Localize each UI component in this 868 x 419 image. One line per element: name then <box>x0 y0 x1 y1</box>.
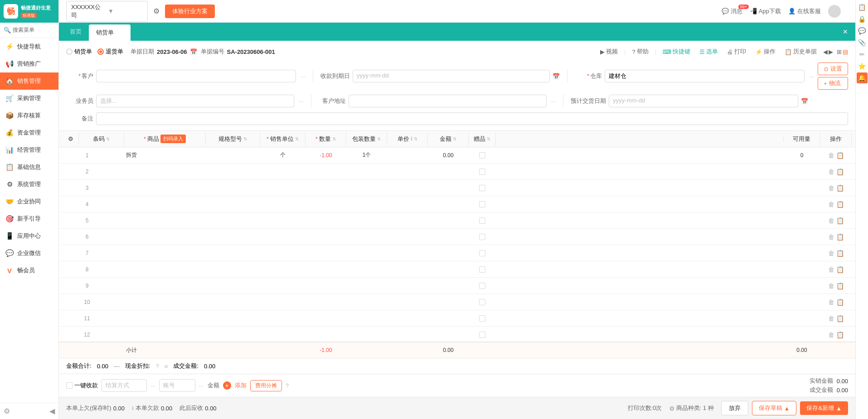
td-product-3[interactable] <box>124 202 206 206</box>
td-product-7[interactable] <box>124 268 206 271</box>
settlement-method-input[interactable]: 结算方式 <box>102 379 147 392</box>
td-product-11[interactable] <box>124 333 206 337</box>
right-tool-attach[interactable]: 📎 <box>857 37 868 48</box>
td-amount-5[interactable] <box>428 235 469 239</box>
td-product-5[interactable] <box>124 235 206 239</box>
td-pkgqty-0[interactable]: 1个 <box>346 149 387 161</box>
copy-icon-7[interactable]: 📋 <box>836 266 844 273</box>
toolbar-help[interactable]: ? 帮助 <box>629 46 651 57</box>
sidebar-item-marketing[interactable]: 📢 营销推广 <box>0 55 58 72</box>
td-unit-3[interactable] <box>260 202 305 206</box>
sort-gift-icon[interactable]: ⇅ <box>487 136 490 141</box>
td-pkgqty-7[interactable] <box>346 268 387 271</box>
td-price-2[interactable] <box>387 186 428 190</box>
td-pkgqty-3[interactable] <box>346 202 387 206</box>
account-dots-icon[interactable]: ··· <box>199 382 204 389</box>
td-product-0[interactable]: 拆货 <box>124 149 206 161</box>
sort-price-icon[interactable]: ⇅ <box>414 136 417 141</box>
user-avatar[interactable] <box>828 5 841 18</box>
td-spec-0[interactable] <box>206 154 260 157</box>
td-price-5[interactable] <box>387 235 428 239</box>
td-barcode-1[interactable] <box>95 170 124 173</box>
sidebar-item-basic[interactable]: 📋 基础信息 <box>0 159 58 176</box>
td-product-6[interactable] <box>124 251 206 255</box>
td-barcode-4[interactable] <box>95 219 124 222</box>
delete-icon-4[interactable]: 🗑 <box>828 217 834 224</box>
right-tool-notify[interactable]: 🔔 <box>857 72 868 83</box>
td-unit-0[interactable]: 个 <box>260 149 305 161</box>
td-unit-7[interactable] <box>260 268 305 271</box>
sidebar-item-appcenter[interactable]: 📱 应用中心 <box>0 227 58 245</box>
due-date-input[interactable]: yyyy-mm-dd <box>353 70 550 82</box>
th-settings[interactable]: ⚙ <box>63 133 79 145</box>
sidebar-item-quick-nav[interactable]: ⚡ 快捷导航 <box>0 38 58 55</box>
right-tool-edit[interactable]: ✏ <box>857 49 868 60</box>
td-unit-9[interactable] <box>260 300 305 304</box>
td-price-7[interactable] <box>387 268 428 271</box>
sidebar-item-system[interactable]: ⚙ 系统管理 <box>0 176 58 193</box>
td-qty-8[interactable] <box>305 284 346 288</box>
copy-icon-6[interactable]: 📋 <box>836 250 844 257</box>
warehouse-input[interactable]: 建材仓 <box>605 70 805 82</box>
td-amount-2[interactable] <box>428 186 469 190</box>
td-gift-8[interactable] <box>469 281 496 291</box>
td-price-11[interactable] <box>387 333 428 337</box>
td-pkgqty-10[interactable] <box>346 317 387 320</box>
delete-icon-1[interactable]: 🗑 <box>828 168 834 175</box>
collapse-icon[interactable]: ◀ <box>49 407 55 415</box>
td-qty-7[interactable] <box>305 268 346 271</box>
settings-button[interactable]: ⊙ 设置 <box>818 63 848 75</box>
td-barcode-2[interactable] <box>95 186 124 190</box>
td-barcode-5[interactable] <box>95 235 124 239</box>
td-spec-9[interactable] <box>206 300 260 304</box>
sort-spec-icon[interactable]: ⇅ <box>243 136 247 141</box>
td-remark-5[interactable] <box>496 235 784 239</box>
td-remark-3[interactable] <box>496 202 784 206</box>
td-price-9[interactable] <box>387 300 428 304</box>
td-spec-7[interactable] <box>206 268 260 271</box>
list-view-icon[interactable]: ▤ <box>843 48 848 55</box>
td-amount-6[interactable] <box>428 251 469 255</box>
abandon-button[interactable]: 放弃 <box>721 401 748 415</box>
delete-icon-6[interactable]: 🗑 <box>828 250 834 257</box>
customer-input[interactable] <box>96 70 296 82</box>
td-unit-2[interactable] <box>260 186 305 190</box>
td-amount-10[interactable] <box>428 317 469 320</box>
sort-unit-icon[interactable]: ⇅ <box>295 136 299 141</box>
sidebar-item-sales[interactable]: 🏠 销售管理 <box>0 72 58 90</box>
copy-icon-10[interactable]: 📋 <box>836 315 844 322</box>
td-spec-8[interactable] <box>206 284 260 288</box>
td-remark-1[interactable] <box>496 170 784 173</box>
current-due-icon[interactable]: ℹ <box>132 405 134 411</box>
td-pkgqty-4[interactable] <box>346 219 387 222</box>
td-gift-5[interactable] <box>469 232 496 242</box>
save-new-button[interactable]: 保存&新增 ▲ <box>800 401 848 415</box>
sort-amount-icon[interactable]: ⇅ <box>453 136 456 141</box>
delivery-date-input[interactable]: yyyy-mm-dd <box>609 95 798 107</box>
sidebar-item-purchase[interactable]: 🛒 采购管理 <box>0 90 58 107</box>
td-price-3[interactable] <box>387 202 428 206</box>
right-tool-lock[interactable]: 🔒 <box>857 14 868 24</box>
radio-sales-order[interactable]: 销货单 <box>66 48 92 56</box>
td-barcode-9[interactable] <box>95 300 124 304</box>
td-qty-11[interactable] <box>305 333 346 337</box>
td-spec-3[interactable] <box>206 202 260 206</box>
td-price-1[interactable] <box>387 170 428 173</box>
delete-icon-7[interactable]: 🗑 <box>828 266 834 273</box>
td-unit-8[interactable] <box>260 284 305 288</box>
delete-icon-8[interactable]: 🗑 <box>828 282 834 289</box>
sidebar-item-inventory[interactable]: 📦 库存核算 <box>0 107 58 124</box>
td-barcode-7[interactable] <box>95 268 124 271</box>
td-barcode-3[interactable] <box>95 202 124 206</box>
td-gift-9[interactable] <box>469 297 496 307</box>
delete-icon-11[interactable]: 🗑 <box>828 331 834 338</box>
settings-bottom-icon[interactable]: ⚙ <box>4 407 10 415</box>
td-spec-11[interactable] <box>206 333 260 337</box>
td-gift-2[interactable] <box>469 183 496 193</box>
tab-sales-order[interactable]: 销货单 ✕ <box>89 24 131 41</box>
toolbar-ops[interactable]: ⚡ 操作 <box>752 46 778 57</box>
grid-view-icon[interactable]: ⊞ <box>837 48 842 55</box>
add-payment-button[interactable]: + <box>223 381 231 390</box>
td-remark-11[interactable] <box>496 333 784 337</box>
td-barcode-8[interactable] <box>95 284 124 288</box>
